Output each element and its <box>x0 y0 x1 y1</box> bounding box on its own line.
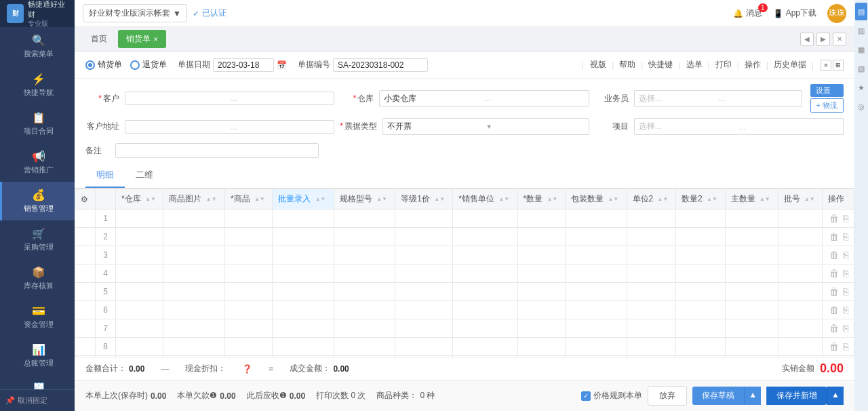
order-no-input[interactable] <box>333 58 428 72</box>
tab-home[interactable]: 首页 <box>83 29 115 49</box>
col-main-qty[interactable]: 主数量 ▲▼ <box>725 189 778 210</box>
row-qty[interactable] <box>517 338 565 356</box>
tab-erwei[interactable]: 二维 <box>125 163 164 188</box>
row-qty[interactable] <box>517 228 565 246</box>
logistics-btn[interactable]: + 物流 <box>810 98 844 113</box>
row-batch-import[interactable] <box>273 283 334 301</box>
row-product-img[interactable] <box>163 301 224 319</box>
row-price[interactable] <box>395 228 453 246</box>
save-new-arrow[interactable]: ▲ <box>827 387 844 405</box>
row-unit2[interactable] <box>627 283 676 301</box>
row-sale-unit[interactable] <box>453 246 517 265</box>
row-product[interactable] <box>224 228 272 246</box>
row-unit2[interactable] <box>627 265 676 283</box>
row-batch-import[interactable] <box>273 319 334 338</box>
customer-input[interactable]: … <box>125 92 334 105</box>
row-unit2[interactable] <box>627 338 676 356</box>
row-product[interactable] <box>224 338 272 356</box>
app-download-btn[interactable]: 📱 App下载 <box>773 7 816 19</box>
row-product-img[interactable] <box>163 210 224 228</box>
row-unit2[interactable] <box>627 301 676 319</box>
row-pack-qty[interactable] <box>566 246 627 265</box>
row-sale-unit[interactable] <box>453 338 517 356</box>
row-qty2[interactable] <box>676 246 726 265</box>
salesperson-input[interactable]: 选择... … <box>634 90 802 107</box>
right-panel-btn-1[interactable]: ▤ <box>855 3 867 20</box>
row-price[interactable] <box>395 210 453 228</box>
row-copy-btn[interactable]: ⎘ <box>843 286 848 297</box>
row-qty2[interactable] <box>676 338 726 356</box>
date-input[interactable] <box>213 58 274 72</box>
radio-sale[interactable]: 销货单 <box>85 59 122 71</box>
row-qty2[interactable] <box>676 283 726 301</box>
row-warehouse[interactable] <box>116 265 163 283</box>
row-qty[interactable] <box>517 319 565 338</box>
row-copy-btn[interactable]: ⎘ <box>843 250 848 260</box>
company-dropdown[interactable]: 好业财专业版演示帐套 ▼ <box>83 4 187 22</box>
settings-col-header[interactable]: ⚙ <box>75 189 96 210</box>
col-product-img[interactable]: 商品图片 ▲▼ <box>163 189 224 210</box>
row-price[interactable] <box>395 283 453 301</box>
sidebar-item-accounting[interactable]: 📊总账管理 <box>0 336 75 375</box>
calendar-icon[interactable]: 📅 <box>277 60 287 70</box>
row-sale-unit[interactable] <box>453 301 517 319</box>
row-price[interactable] <box>395 246 453 265</box>
row-warehouse[interactable] <box>116 246 163 265</box>
row-unit2[interactable] <box>627 228 676 246</box>
row-spec[interactable] <box>334 338 395 356</box>
row-main-qty[interactable] <box>725 283 778 301</box>
sidebar-item-invoice[interactable]: 🧾发票管理 <box>0 375 75 389</box>
project-more-btn[interactable]: … <box>738 123 839 131</box>
row-qty[interactable] <box>517 301 565 319</box>
row-product[interactable] <box>224 301 272 319</box>
row-product[interactable] <box>224 319 272 338</box>
toolbar-btn-print[interactable]: 打印 <box>711 57 736 73</box>
row-product-img[interactable] <box>163 283 224 301</box>
col-product[interactable]: *商品 ▲▼ <box>224 189 272 210</box>
sidebar-item-funds[interactable]: 💳资金管理 <box>0 298 75 336</box>
row-spec[interactable] <box>334 301 395 319</box>
row-main-qty[interactable] <box>725 246 778 265</box>
abandon-button[interactable]: 放弃 <box>648 386 687 406</box>
row-batch-import[interactable] <box>273 338 334 356</box>
row-sale-unit[interactable] <box>453 283 517 301</box>
settings-btn[interactable]: 设置 <box>810 84 844 97</box>
row-batch[interactable] <box>778 319 823 338</box>
row-main-qty[interactable] <box>725 319 778 338</box>
row-batch-import[interactable] <box>273 228 334 246</box>
row-warehouse[interactable] <box>116 319 163 338</box>
tab-close-icon[interactable]: × <box>153 35 158 44</box>
row-sale-unit[interactable] <box>453 319 517 338</box>
row-warehouse[interactable] <box>116 301 163 319</box>
row-batch[interactable] <box>778 265 823 283</box>
project-input[interactable]: 选择... … <box>634 118 844 135</box>
row-main-qty[interactable] <box>725 210 778 228</box>
row-delete-btn[interactable]: 🗑 <box>829 323 839 334</box>
right-panel-btn-3[interactable]: ▦ <box>855 41 867 58</box>
col-qty[interactable]: *数量 ▲▼ <box>517 189 565 210</box>
tab-close-btn[interactable]: ✕ <box>833 33 846 46</box>
customer-more-btn[interactable]: … <box>230 94 330 102</box>
price-rule-checkbox[interactable]: 价格规则本单 <box>581 390 642 402</box>
messages-btn[interactable]: 🔔 1 消息 <box>733 7 762 19</box>
salesperson-more-btn[interactable]: … <box>718 94 797 102</box>
col-spec[interactable]: 规格型号 ▲▼ <box>334 189 395 210</box>
tab-next-btn[interactable]: ▶ <box>816 33 830 46</box>
save-new-button[interactable]: 保存并新增 <box>766 387 827 405</box>
row-product[interactable] <box>224 246 272 265</box>
row-main-qty[interactable] <box>725 301 778 319</box>
right-panel-btn-4[interactable]: ▧ <box>855 60 867 77</box>
row-delete-btn[interactable]: 🗑 <box>829 286 839 297</box>
row-product-img[interactable] <box>163 228 224 246</box>
row-spec[interactable] <box>334 228 395 246</box>
row-spec[interactable] <box>334 210 395 228</box>
row-batch-import[interactable] <box>273 210 334 228</box>
row-batch[interactable] <box>778 210 823 228</box>
row-sale-unit[interactable] <box>453 265 517 283</box>
row-product-img[interactable] <box>163 265 224 283</box>
row-batch-import[interactable] <box>273 265 334 283</box>
right-panel-btn-2[interactable]: ▥ <box>855 22 867 39</box>
row-pack-qty[interactable] <box>566 319 627 338</box>
row-spec[interactable] <box>334 265 395 283</box>
col-warehouse[interactable]: *仓库 ▲▼ <box>116 189 163 210</box>
